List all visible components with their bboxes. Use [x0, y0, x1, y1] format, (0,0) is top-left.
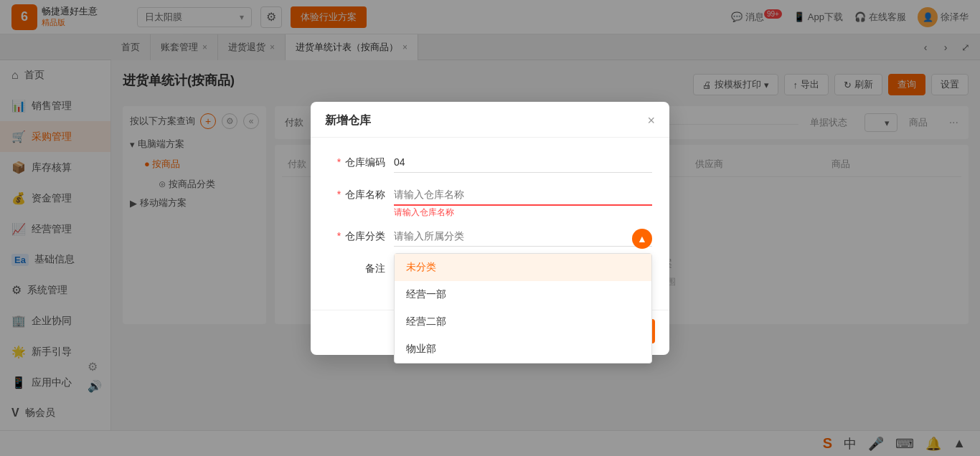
dialog-body: * 仓库编码 * 仓库名称 请输入仓库名称 *	[311, 138, 669, 310]
dialog-title: 新增仓库	[325, 113, 371, 128]
name-label: * 仓库名称	[328, 184, 385, 201]
category-toggle-button[interactable]: ▲	[632, 229, 652, 249]
new-warehouse-dialog: 新增仓库 × * 仓库编码 * 仓库名称 请输入仓库名称	[311, 102, 669, 355]
code-label: * 仓库编码	[328, 152, 385, 169]
dropdown-option-property[interactable]: 物业部	[395, 336, 651, 363]
chevron-up-icon: ▲	[637, 233, 647, 244]
code-input[interactable]	[394, 152, 652, 173]
dropdown-option-uncategorized[interactable]: 未分类	[395, 254, 651, 281]
notes-label: 备注	[328, 258, 385, 275]
category-dropdown: 未分类 经营一部 经营二部 物业部	[394, 253, 652, 364]
form-row-category: * 仓库分类 ▲ 未分类 经营一部	[328, 226, 652, 247]
form-row-code: * 仓库编码	[328, 152, 652, 173]
dialog-close-button[interactable]: ×	[647, 114, 655, 127]
dialog-header: 新增仓库 ×	[311, 102, 669, 138]
form-row-name: * 仓库名称 请输入仓库名称	[328, 184, 652, 206]
category-select-container: ▲	[394, 226, 652, 247]
category-label: * 仓库分类	[328, 226, 385, 243]
dialog-overlay: 新增仓库 × * 仓库编码 * 仓库名称 请输入仓库名称	[0, 0, 980, 456]
category-input[interactable]	[394, 226, 652, 247]
dropdown-option-ops2[interactable]: 经营二部	[395, 308, 651, 336]
name-input[interactable]	[394, 184, 652, 206]
dropdown-option-ops1[interactable]: 经营一部	[395, 281, 651, 308]
name-error-message: 请输入仓库名称	[394, 206, 454, 219]
